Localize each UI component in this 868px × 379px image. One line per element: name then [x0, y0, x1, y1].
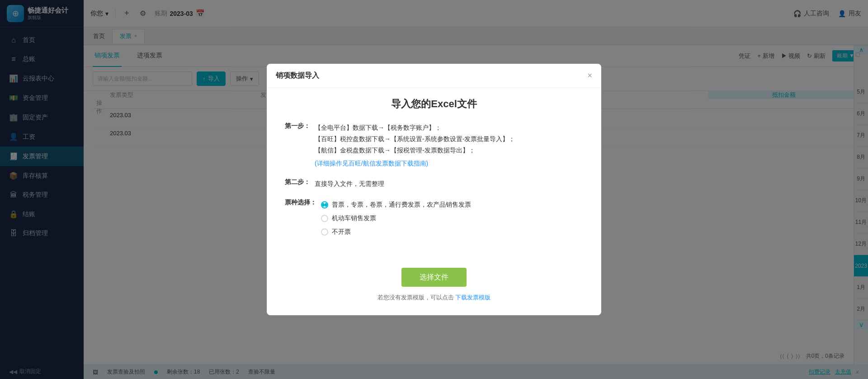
modal-main-title: 导入您的Excel文件: [285, 97, 583, 111]
download-hint: 若您没有发票模版，可以点击 下载发票模版: [377, 294, 491, 302]
radio-normal-circle: [321, 201, 328, 208]
ticket-type-section: 票种选择： 普票，专票，卷票，通行费发票，农产品销售发票 机动车销售发票: [285, 199, 583, 236]
radio-motor[interactable]: 机动车销售发票: [321, 214, 471, 223]
radio-motor-circle: [321, 215, 328, 222]
step1-line1: 【全电平台】数据下载→【税务数字账户】；: [315, 122, 515, 133]
step1-guide-link[interactable]: (详细操作见百旺/航信发票数据下载指南): [315, 160, 428, 167]
radio-motor-label: 机动车销售发票: [332, 214, 376, 223]
step1-line2: 【百旺】税控盘数据下载→【系统设置-系统参数设置-发票批量导入】；: [315, 133, 515, 145]
modal-overlay: 销项数据导入 × 导入您的Excel文件 第一步： 【全电平台】数据下载→【税务…: [0, 0, 868, 379]
step1-line3: 【航信】金税盘数据下载→【报税管理-发票数据导出】；: [315, 145, 515, 156]
import-modal: 销项数据导入 × 导入您的Excel文件 第一步： 【全电平台】数据下载→【税务…: [267, 64, 601, 316]
ticket-type-label: 票种选择：: [285, 199, 316, 236]
download-hint-text: 若您没有发票模版，可以点击: [377, 294, 454, 301]
radio-normal-label: 普票，专票，卷票，通行费发票，农产品销售发票: [332, 201, 471, 209]
ticket-radio-group: 普票，专票，卷票，通行费发票，农产品销售发票 机动车销售发票 不开票: [321, 201, 471, 236]
modal-step1: 第一步： 【全电平台】数据下载→【税务数字账户】； 【百旺】税控盘数据下载→【系…: [285, 122, 583, 170]
modal-title: 销项数据导入: [276, 71, 319, 81]
modal-body: 导入您的Excel文件 第一步： 【全电平台】数据下载→【税务数字账户】； 【百…: [267, 88, 601, 259]
radio-noticket-label: 不开票: [332, 228, 351, 236]
modal-close-btn[interactable]: ×: [587, 71, 592, 81]
radio-noticket[interactable]: 不开票: [321, 228, 471, 236]
radio-normal-dot: [322, 203, 325, 207]
step2-content: 直接导入文件，无需整理: [315, 178, 384, 190]
download-template-link[interactable]: 下载发票模版: [455, 294, 491, 301]
step1-label: 第一步：: [285, 122, 310, 170]
modal-step2: 第二步： 直接导入文件，无需整理: [285, 178, 583, 190]
step2-label: 第二步：: [285, 178, 310, 190]
step1-content: 【全电平台】数据下载→【税务数字账户】； 【百旺】税控盘数据下载→【系统设置-系…: [315, 122, 515, 170]
select-file-btn[interactable]: 选择文件: [401, 268, 467, 287]
modal-header: 销项数据导入 ×: [267, 64, 601, 88]
radio-normal[interactable]: 普票，专票，卷票，通行费发票，农产品销售发票: [321, 201, 471, 209]
modal-footer: 选择文件 若您没有发票模版，可以点击 下载发票模版: [267, 259, 601, 315]
radio-noticket-circle: [321, 228, 328, 236]
